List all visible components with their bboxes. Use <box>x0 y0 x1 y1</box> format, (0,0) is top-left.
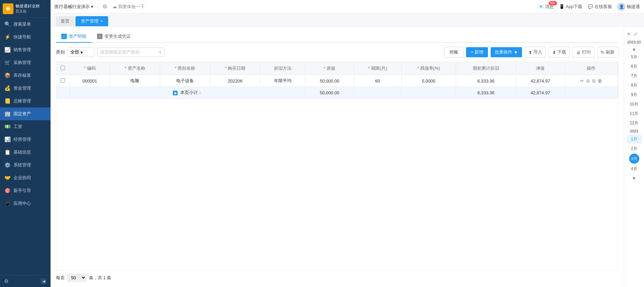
right-panel-header: ✕ ⤢ <box>624 29 644 39</box>
sidebar-item-enterprise[interactable]: 🤝 企业协同 <box>0 171 51 184</box>
sidebar-item-fund[interactable]: 💰 资金管理 <box>0 82 51 95</box>
copy-button[interactable]: ⊘ <box>586 78 590 84</box>
sidebar-collapse-button[interactable]: ◀ <box>40 278 47 284</box>
print-button[interactable]: 🖨 打印 <box>573 47 594 58</box>
delete-button[interactable]: 🗑 <box>597 78 602 84</box>
sidebar-item-quick-nav[interactable]: ⚡ 快捷导航 <box>0 31 51 43</box>
experience-button[interactable]: ☁ 我要体验一下 <box>113 4 145 10</box>
content-main: ≡ 资产明细 ≡ 变更生成凭证 类别 全部 ▾ <box>51 27 624 287</box>
quick-nav-icon: ⚡ <box>4 34 11 40</box>
select-all-checkbox[interactable] <box>61 66 65 70</box>
reconcile-button[interactable]: 对账 <box>444 47 463 58</box>
panel-up-button[interactable]: ▲ <box>631 45 637 52</box>
topbar-right: 📧 消息 99+ 📱 App下载 💬 在线客服 👤 畅捷通 <box>538 3 640 11</box>
subtab-change-voucher-label: 变更生成凭证 <box>104 33 131 39</box>
guide-icon: 🎯 <box>4 188 11 194</box>
new-button[interactable]: + 新增 <box>466 47 488 57</box>
table-row: 000001 电脑 电子设备 202206 年限平均 50,000.00 60 … <box>56 75 618 87</box>
sidebar-item-app-center[interactable]: 📱 应用中心 <box>0 197 51 210</box>
message-button[interactable]: 📧 消息 99+ <box>538 4 554 10</box>
month-1[interactable]: 1月 <box>627 135 642 144</box>
sidebar-item-sales[interactable]: 📈 销售管理 <box>0 43 51 56</box>
new-label: + 新增 <box>471 49 483 55</box>
th-residual-rate: 残值率(%) <box>401 62 456 75</box>
print-icon: 🖨 <box>576 50 581 55</box>
import-button[interactable]: ⬆ 导入 <box>525 47 546 58</box>
sidebar-item-salary[interactable]: 💵 工资 <box>0 120 51 133</box>
sidebar-item-operations-label: 经营管理 <box>13 136 31 142</box>
row-net-value: 42,874.97 <box>516 75 564 87</box>
experience-icon: ☁ <box>113 4 117 9</box>
page-size-select[interactable]: 50 100 200 <box>67 274 86 282</box>
row-accumulated-depreciation: 6,333.36 <box>456 75 516 87</box>
link-button[interactable]: ⧉ <box>592 78 595 84</box>
subtotal-residual-rate <box>401 87 456 99</box>
table-header-row: 编码 资产名称 类别名称 购买日期 折旧方法 原值 期限(月) 残值率(%) 期… <box>56 62 618 75</box>
sidebar-item-basic-info[interactable]: 📋 基础信息 <box>0 146 51 159</box>
row-action-cell: ✏ ⊘ ⧉ 🗑 <box>564 75 618 87</box>
month-10[interactable]: 10月 <box>627 100 642 108</box>
sidebar-item-inventory[interactable]: 📦 库存核算 <box>0 69 51 82</box>
subtab-asset-detail[interactable]: ≡ 资产明细 <box>56 31 92 43</box>
sidebar-item-search[interactable]: 🔍 搜索菜单 <box>0 18 51 31</box>
sidebar-item-ledger[interactable]: 📒 总账管理 <box>0 95 51 107</box>
settings-bottom-icon[interactable]: ⚙ <box>4 278 8 284</box>
th-name: 资产名称 <box>110 62 160 75</box>
user-avatar: 👤 <box>617 3 625 11</box>
month-4[interactable]: 4月 <box>627 164 642 173</box>
subtotal-action <box>564 87 618 99</box>
batch-button[interactable]: 批量操作 ▼ <box>491 47 522 57</box>
content-area: ≡ 资产明细 ≡ 变更生成凭证 类别 全部 ▾ <box>51 27 644 287</box>
sidebar-item-basic-info-label: 基础信息 <box>13 149 31 155</box>
tab-home[interactable]: 首页 <box>56 16 74 26</box>
topbar-settings-icon[interactable]: ⚙ <box>102 3 107 10</box>
category-type-select[interactable]: 全部 ▾ <box>67 47 94 57</box>
refresh-button[interactable]: ↻ 刷新 <box>597 47 618 58</box>
subtotal-row: ▣ 本页小计： 50,000.00 6,333.36 42,874.97 <box>56 87 618 99</box>
sidebar-item-guide[interactable]: 🎯 新手引导 <box>0 184 51 197</box>
panel-close-button[interactable]: ✕ <box>626 31 632 37</box>
panel-expand-button[interactable]: ⤢ <box>633 31 638 37</box>
logo-icon: 畅 <box>3 3 13 14</box>
month-11[interactable]: 11月 <box>627 109 642 118</box>
subtotal-accumulated-depreciation: 6,333.36 <box>456 87 516 99</box>
app-download-button[interactable]: 📱 App下载 <box>559 4 582 10</box>
month-5[interactable]: 5月 <box>627 53 642 61</box>
experience-text: 我要体验一下 <box>118 4 145 10</box>
tab-close-icon[interactable]: × <box>100 19 103 23</box>
sidebar-item-operations[interactable]: 📊 经营管理 <box>0 133 51 146</box>
sidebar: 畅 畅捷通好业财 普及版 🔍 搜索菜单 ⚡ 快捷导航 📈 销售管理 🛒 采购管理… <box>0 0 51 287</box>
panel-down-button[interactable]: ▼ <box>631 175 637 182</box>
panel-nav-down: ▼ <box>631 175 637 182</box>
app-download-icon: 📱 <box>559 4 564 9</box>
category-dropdown[interactable]: 请选择固定资产类别 ▾ <box>97 47 164 57</box>
month-6[interactable]: 6月 <box>627 62 642 71</box>
month-8[interactable]: 8月 <box>627 81 642 90</box>
tab-asset-management[interactable]: 资产管理 × <box>75 16 108 26</box>
sidebar-item-purchase[interactable]: 🛒 采购管理 <box>0 56 51 69</box>
row-original-value: 50,000.00 <box>305 75 354 87</box>
th-depreciation-method: 折旧方法 <box>260 62 305 75</box>
sidebar-item-salary-label: 工资 <box>13 124 22 130</box>
download-icon: ⬇ <box>552 50 556 55</box>
month-3-active[interactable]: 3月 <box>629 154 639 164</box>
company-selector[interactable]: 医疗器械行业演示 ▾ <box>55 4 93 10</box>
action-buttons-cell: ✏ ⊘ ⧉ 🗑 <box>569 78 614 84</box>
user-profile[interactable]: 👤 畅捷通 <box>617 3 640 11</box>
sidebar-item-fixed-assets[interactable]: 🏢 固定资产 <box>0 107 51 120</box>
month-9[interactable]: 9月 <box>627 90 642 99</box>
month-12[interactable]: 12月 <box>627 119 642 127</box>
month-2[interactable]: 2月 <box>627 144 642 153</box>
fixed-assets-icon: 🏢 <box>4 111 11 117</box>
subtab-asset-detail-label: 资产明细 <box>69 33 86 39</box>
customer-service-button[interactable]: 💬 在线客服 <box>588 4 612 10</box>
row-checkbox[interactable] <box>61 78 65 83</box>
month-7[interactable]: 7月 <box>627 71 642 80</box>
sidebar-item-system[interactable]: ⚙️ 系统管理 <box>0 159 51 171</box>
sidebar-logo: 畅 畅捷通好业财 普及版 <box>0 0 51 18</box>
download-button[interactable]: ⬇ 下载 <box>549 47 570 58</box>
edit-button[interactable]: ✏ <box>580 78 584 84</box>
tab-home-label: 首页 <box>61 18 69 24</box>
subtab-change-voucher[interactable]: ≡ 变更生成凭证 <box>92 31 136 43</box>
fund-icon: 💰 <box>4 85 11 91</box>
